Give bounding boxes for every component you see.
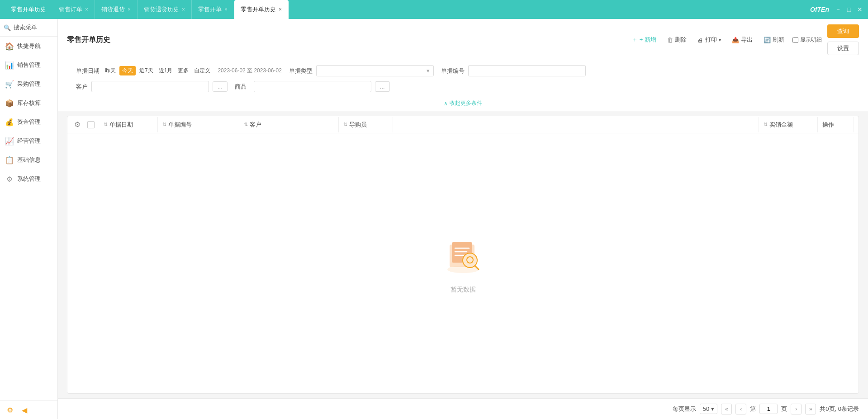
select-all-checkbox[interactable] <box>87 121 95 128</box>
client-filter-label: 客户 <box>76 83 88 91</box>
top-bar: 零售开单历史 销售订单 × 销货退货 × 销货退货历史 × 零售开单 × 零售开… <box>0 0 868 19</box>
table-settings-icon[interactable]: ⚙ <box>72 119 83 130</box>
table-header: ⇅ 单据日期 ⇅ 单据编号 ⇅ 客户 ⇅ 导购员 <box>99 117 854 132</box>
prev-page-btn[interactable]: ‹ <box>735 404 746 414</box>
box-icon: 📦 <box>5 99 14 107</box>
table-area: ⚙ ⇅ 单据日期 ⇅ 单据编号 ⇅ 客户 <box>67 116 859 394</box>
setting-button[interactable]: 设置 <box>827 42 859 55</box>
tab-label: 零售开单 <box>198 5 222 14</box>
th-number[interactable]: ⇅ 单据编号 <box>158 117 239 132</box>
close-icon[interactable]: × <box>85 6 88 13</box>
maximize-btn[interactable]: □ <box>845 6 853 13</box>
add-button[interactable]: ＋ + 新增 <box>629 34 659 46</box>
tab-retail-open[interactable]: 零售开单 × <box>192 0 234 19</box>
sidebar-item-label: 采购管理 <box>17 80 41 88</box>
date-quick-buttons: 昨天 今天 近7天 近1月 更多 自定义 <box>103 66 212 75</box>
close-icon[interactable]: × <box>128 6 131 13</box>
th-guide[interactable]: ⇅ 导购员 <box>339 117 393 132</box>
refresh-button[interactable]: 🔄 刷新 <box>761 34 787 46</box>
filter-row-2: 客户 ... 商品 ... <box>76 81 850 92</box>
sidebar-item-label: 销售管理 <box>17 61 41 69</box>
chevron-up-icon: ∧ <box>444 100 448 107</box>
delete-button[interactable]: 🗑 删除 <box>664 34 689 46</box>
tab-home[interactable]: 零售开单历史 <box>5 5 52 14</box>
last-page-btn[interactable]: » <box>805 404 816 414</box>
sidebar-item-finance[interactable]: 💰 资金管理 <box>0 113 57 132</box>
page-input[interactable] <box>759 404 778 414</box>
btn-more[interactable]: 更多 <box>176 66 190 75</box>
sidebar-item-purchase-mgmt[interactable]: 🛒 采购管理 <box>0 75 57 94</box>
tab-retail-open-history[interactable]: 零售开单历史 × <box>234 0 289 19</box>
goods-dots-btn[interactable]: ... <box>375 81 390 92</box>
page-suffix: 页 <box>781 405 787 413</box>
sidebar-item-label: 资金管理 <box>17 118 41 126</box>
sidebar-item-label: 快捷导航 <box>17 42 41 50</box>
page-title-row: 零售开单历史 ＋ + 新增 🗑 删除 🖨 打印 ▾ <box>67 24 859 55</box>
show-detail-checkbox[interactable] <box>792 37 798 43</box>
type-select[interactable]: ▾ <box>316 65 434 76</box>
sidebar-item-inventory[interactable]: 📦 库存核算 <box>0 94 57 113</box>
table-toolbar-row: ⚙ ⇅ 单据日期 ⇅ 单据编号 ⇅ 客户 <box>67 116 859 133</box>
next-page-btn[interactable]: › <box>791 404 802 414</box>
th-client[interactable]: ⇅ 客户 <box>239 117 339 132</box>
btn-today[interactable]: 今天 <box>119 66 136 75</box>
filter-date: 单据日期 昨天 今天 近7天 近1月 更多 自定义 2023-06-02 至 2… <box>76 66 282 75</box>
btn-1month[interactable]: 近1月 <box>157 66 175 75</box>
close-icon[interactable]: × <box>279 6 282 13</box>
sidebar: 🔍 搜索采单 🏠 快捷导航 📊 销售管理 🛒 采购管理 📦 库存核算 💰 资金管… <box>0 19 58 419</box>
close-btn[interactable]: ✕ <box>856 6 863 13</box>
tab-sales-order[interactable]: 销售订单 × <box>52 0 95 19</box>
th-amount[interactable]: ⇅ 实销金额 <box>759 117 818 132</box>
chevron-down-icon: ▾ <box>427 67 430 74</box>
sidebar-item-quick-nav[interactable]: 🏠 快捷导航 <box>0 37 57 56</box>
sidebar-item-sales-mgmt[interactable]: 📊 销售管理 <box>0 56 57 75</box>
show-detail-toggle[interactable]: 显示明细 <box>792 36 822 44</box>
toolbar: ＋ + 新增 🗑 删除 🖨 打印 ▾ 📤 导出 <box>629 24 859 55</box>
btn-custom[interactable]: 自定义 <box>192 66 212 75</box>
content-area: 零售开单历史 ＋ + 新增 🗑 删除 🖨 打印 ▾ <box>58 19 868 419</box>
client-input[interactable] <box>91 81 209 92</box>
settings-icon[interactable]: ⚙ <box>5 405 14 414</box>
sidebar-item-label: 基础信息 <box>17 156 41 164</box>
close-icon[interactable]: × <box>182 6 185 13</box>
tab-sales-return[interactable]: 销货退货 × <box>95 0 138 19</box>
btn-7days[interactable]: 近7天 <box>138 66 155 75</box>
query-button[interactable]: 查询 <box>827 24 859 38</box>
tab-sales-return-history[interactable]: 销货退货历史 × <box>138 0 192 19</box>
btn-yesterday[interactable]: 昨天 <box>103 66 118 75</box>
trending-icon: 📈 <box>5 137 14 145</box>
th-client-label: 客户 <box>250 121 261 129</box>
close-icon[interactable]: × <box>224 6 228 13</box>
th-date-label: 单据日期 <box>109 121 133 129</box>
sidebar-item-basic-info[interactable]: 📋 基础信息 <box>0 151 57 169</box>
add-icon: ＋ <box>632 36 638 44</box>
per-page-select[interactable]: 50 ▾ <box>700 404 717 414</box>
collapse-sidebar-icon[interactable]: ◀ <box>20 405 29 414</box>
export-button[interactable]: 📤 导出 <box>729 34 755 46</box>
sort-icon: ⇅ <box>343 122 347 127</box>
minimize-btn[interactable]: － <box>835 6 842 13</box>
delete-icon: 🗑 <box>667 37 673 43</box>
number-input[interactable] <box>468 65 586 76</box>
filter-client: 客户 ... <box>76 81 228 92</box>
empty-illustration <box>441 233 486 278</box>
print-icon: 🖨 <box>697 37 703 43</box>
sidebar-search[interactable]: 🔍 搜索采单 <box>0 19 57 37</box>
main-layout: 🔍 搜索采单 🏠 快捷导航 📊 销售管理 🛒 采购管理 📦 库存核算 💰 资金管… <box>0 19 868 419</box>
sidebar-item-system[interactable]: ⚙ 系统管理 <box>0 169 57 188</box>
print-button[interactable]: 🖨 打印 ▾ <box>695 34 724 46</box>
date-filter-label: 单据日期 <box>76 67 100 75</box>
th-date[interactable]: ⇅ 单据日期 <box>99 117 158 132</box>
total-info: 共0页, 0条记录 <box>820 405 859 413</box>
goods-input[interactable] <box>254 81 371 92</box>
gear-icon: ⚙ <box>5 175 14 183</box>
delete-label: 删除 <box>675 36 687 44</box>
sidebar-item-label: 库存核算 <box>17 99 41 107</box>
collapse-filter-btn[interactable]: ∧ 收起更多条件 <box>76 97 850 111</box>
pagination: 每页显示 50 ▾ « ‹ 第 页 › » 共0页, 0条记录 <box>58 398 868 419</box>
first-page-btn[interactable]: « <box>721 404 732 414</box>
client-dots-btn[interactable]: ... <box>213 81 228 92</box>
sidebar-item-operation[interactable]: 📈 经营管理 <box>0 132 57 151</box>
chevron-down-icon: ▾ <box>719 38 721 42</box>
empty-state: 暂无数据 <box>67 133 859 393</box>
